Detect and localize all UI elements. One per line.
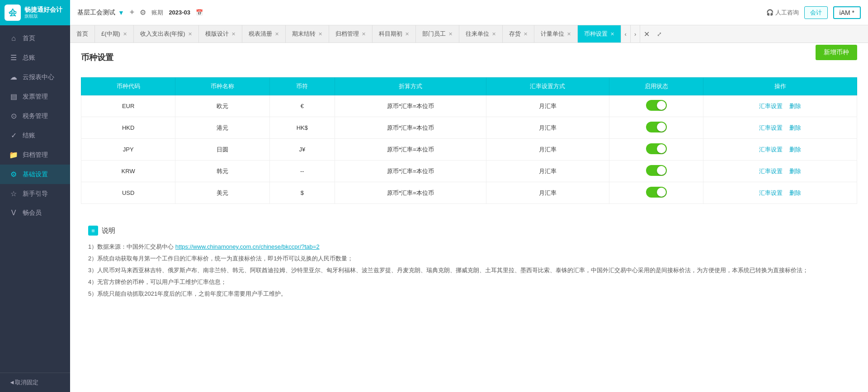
tab-close-icon[interactable]: ✕	[188, 31, 192, 37]
sidebar-item-member[interactable]: V 畅会员	[0, 203, 70, 222]
notes-section: ≡ 说明 1）数据来源：中国外汇交易中心 https://www.chinamo…	[81, 218, 857, 307]
toggle-switch[interactable]	[646, 143, 667, 154]
tab-home[interactable]: 首页	[70, 25, 95, 43]
delete-link[interactable]: 删除	[789, 189, 801, 196]
pin-toggle[interactable]: ◄取消固定	[0, 373, 70, 392]
tab-expand-button[interactable]: ⤢	[653, 25, 665, 43]
tab-close-icon[interactable]: ✕	[524, 31, 528, 37]
tab-close-icon[interactable]: ✕	[492, 31, 496, 37]
table-row: HKD 港元 HK$ 原币*汇率=本位币 月汇率 汇率设置 删除	[81, 117, 857, 139]
logo-text-area: 畅捷通好会计 旗舰版	[24, 6, 62, 20]
period-value: 2023-03	[169, 9, 190, 16]
sidebar-item-label: 基础设置	[23, 170, 48, 179]
rate-setting-link[interactable]: 汇率设置	[759, 103, 783, 109]
toggle-switch[interactable]	[646, 122, 667, 132]
delete-link[interactable]: 删除	[789, 103, 801, 109]
col-symbol: 币符	[269, 78, 335, 95]
notes-link[interactable]: https://www.chinamoney.com.cn/chinese/bk…	[175, 243, 320, 250]
rate-setting-link[interactable]: 汇率设置	[759, 189, 783, 196]
sidebar-item-checkout[interactable]: ✓ 结账	[0, 126, 70, 145]
tab-currency[interactable]: 币种设置 ✕	[578, 25, 621, 43]
cell-method: 原币*汇率=本位币	[335, 95, 486, 117]
tab-tax-list[interactable]: 税表清册 ✕	[242, 25, 286, 43]
rate-setting-link[interactable]: 汇率设置	[759, 146, 783, 153]
cell-symbol: J¥	[269, 139, 335, 161]
tab-unit[interactable]: 计量单位 ✕	[534, 25, 578, 43]
support-button[interactable]: 🎧 人工咨询	[766, 9, 799, 17]
tab-close-icon[interactable]: ✕	[448, 31, 453, 37]
checkout-icon: ✓	[9, 131, 18, 140]
notes-item: 3）人民币对马来西亚林吉特、俄罗斯卢布、南非兰特、韩元、阿联酋迪拉姆、沙特里亚尔…	[88, 264, 850, 276]
tab-label: 往来单位	[466, 30, 489, 38]
sidebar-item-tax[interactable]: ⊙ 税务管理	[0, 106, 70, 126]
sidebar-item-settings[interactable]: ⚙ 基础设置	[0, 165, 70, 184]
tab-close-icon[interactable]: ✕	[318, 31, 322, 37]
cell-rate-method: 月汇率	[486, 139, 609, 161]
toggle-switch[interactable]	[646, 100, 667, 111]
headset-icon: 🎧	[766, 9, 774, 16]
new-currency-button[interactable]: 新增币种	[816, 45, 857, 60]
delete-link[interactable]: 删除	[789, 168, 801, 175]
rate-setting-link[interactable]: 汇率设置	[759, 168, 783, 175]
toggle-switch[interactable]	[646, 187, 667, 198]
tab-subject-init[interactable]: 科目期初 ✕	[373, 25, 416, 43]
cell-name: 美元	[175, 182, 269, 204]
logo-subtitle: 旗舰版	[24, 13, 62, 19]
tab-prev-button[interactable]: ‹	[621, 25, 631, 43]
delete-link[interactable]: 删除	[789, 124, 801, 131]
rate-setting-link[interactable]: 汇率设置	[759, 124, 783, 131]
cell-code: KRW	[81, 161, 175, 182]
sidebar-item-label: 归档管理	[23, 151, 48, 159]
toggle-track	[646, 122, 667, 132]
company-name: 基层工会测试	[77, 9, 115, 17]
tab-close-icon[interactable]: ✕	[610, 31, 614, 37]
sidebar-item-guide[interactable]: ☆ 新手引导	[0, 184, 70, 203]
tab-close-icon[interactable]: ✕	[275, 31, 279, 37]
tab-label: 收入支出表(年报)	[140, 30, 185, 38]
toggle-switch[interactable]	[646, 165, 667, 176]
tab-inventory[interactable]: 存货 ✕	[503, 25, 534, 43]
member-icon: V	[9, 209, 18, 217]
tab-archive[interactable]: 归档管理 ✕	[329, 25, 373, 43]
sidebar-item-reports[interactable]: ☁ 云报表中心	[0, 67, 70, 87]
tab-annual-report[interactable]: 收入支出表(年报) ✕	[134, 25, 199, 43]
tab-close-icon[interactable]: ✕	[231, 31, 236, 37]
tab-close-icon[interactable]: ✕	[567, 31, 571, 37]
tab-label: 币种设置	[584, 30, 608, 38]
tab-midterm[interactable]: £(中期) ✕	[95, 25, 134, 43]
cell-method: 原币*汇率=本位币	[335, 117, 486, 139]
tab-close-icon[interactable]: ✕	[405, 31, 409, 37]
sidebar-item-home[interactable]: ⌂ 首页	[0, 29, 70, 48]
tab-department[interactable]: 部门员工 ✕	[416, 25, 459, 43]
notes-item: 1）数据来源：中国外汇交易中心 https://www.chinamoney.c…	[88, 241, 850, 253]
top-bar-right: 🎧 人工咨询 会计 iAM *	[766, 6, 861, 19]
tab-contacts[interactable]: 往来单位 ✕	[459, 25, 503, 43]
tab-period-end[interactable]: 期末结转 ✕	[286, 25, 329, 43]
cell-rate-method: 月汇率	[486, 117, 609, 139]
cell-method: 原币*汇率=本位币	[335, 161, 486, 182]
tab-close-all-button[interactable]: ✕	[640, 25, 653, 43]
notes-title-area: ≡ 说明	[88, 226, 850, 236]
toggle-thumb	[657, 101, 666, 110]
company-selector[interactable]: 基层工会测试 ▼	[77, 9, 124, 17]
tab-close-icon[interactable]: ✕	[362, 31, 366, 37]
currency-table: 币种代码 币种名称 币符 折算方式 汇率设置方式 启用状态 操作 EUR 欧元 …	[81, 77, 857, 204]
cell-status	[609, 182, 703, 204]
settings-gear-icon[interactable]: ⚙	[140, 8, 146, 17]
account-button[interactable]: 会计	[804, 6, 828, 19]
add-icon[interactable]: +	[130, 8, 135, 17]
calendar-icon[interactable]: 📅	[196, 9, 203, 16]
home-icon: ⌂	[9, 34, 18, 43]
sidebar-item-ledger[interactable]: ☰ 总账	[0, 48, 70, 67]
support-label: 人工咨询	[775, 9, 799, 17]
tab-next-button[interactable]: ›	[631, 25, 640, 43]
iam-button[interactable]: iAM *	[833, 6, 861, 19]
delete-link[interactable]: 删除	[789, 146, 801, 153]
sidebar-item-label: 税务管理	[23, 112, 48, 120]
tab-close-icon[interactable]: ✕	[123, 31, 127, 37]
sidebar-item-archive[interactable]: 📁 归档管理	[0, 145, 70, 165]
sidebar-item-invoice[interactable]: ▤ 发票管理	[0, 87, 70, 106]
archive-icon: 📁	[9, 151, 18, 159]
tab-template[interactable]: 模版设计 ✕	[199, 25, 242, 43]
toggle-thumb	[657, 123, 666, 132]
